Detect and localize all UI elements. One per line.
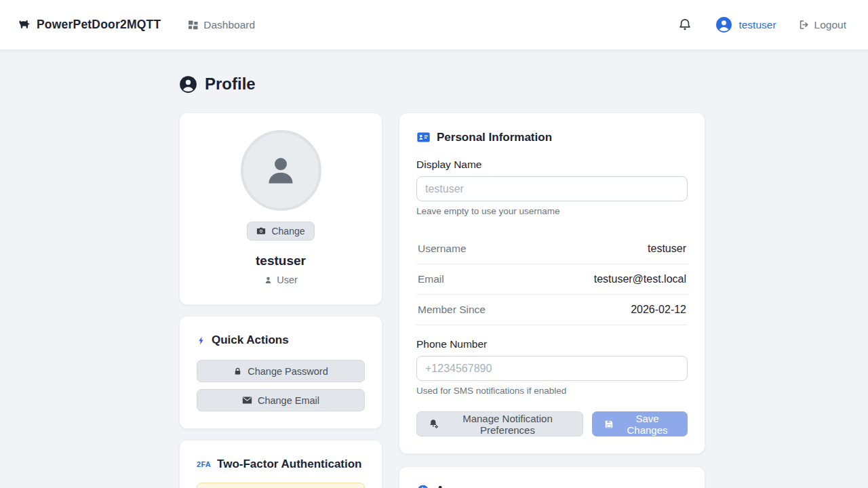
appearance-heading: Appearance — [416, 484, 688, 488]
nav-dashboard-label: Dashboard — [203, 19, 255, 31]
personal-info-actions: Manage Notification Preferences Save Cha… — [416, 411, 688, 436]
person-icon — [264, 276, 273, 285]
two-factor-card: 2FA Two-Factor Authentication — [179, 440, 382, 488]
profile-summary-card: Change testuser User — [179, 113, 382, 305]
bell-icon — [677, 18, 692, 33]
phone-help: Used for SMS notifications if enabled — [416, 386, 688, 396]
email-row: Email testuser@test.local — [416, 264, 688, 295]
display-name-label: Display Name — [416, 159, 688, 171]
change-avatar-button[interactable]: Change — [247, 222, 314, 241]
appearance-title: Appearance — [436, 484, 502, 488]
username-row-value: testuser — [648, 243, 686, 255]
main-content: Profile Change — [179, 49, 705, 488]
manage-notifications-button[interactable]: Manage Notification Preferences — [416, 411, 583, 436]
change-email-label: Change Email — [258, 395, 319, 406]
left-column: Change testuser User Quick Actions — [179, 113, 382, 488]
quick-actions-title: Quick Actions — [212, 333, 289, 347]
save-changes-button[interactable]: Save Changes — [592, 411, 688, 436]
personal-info-title: Personal Information — [437, 131, 552, 144]
bell-gear-icon — [429, 419, 439, 429]
phone-input[interactable] — [416, 356, 688, 381]
avatar-user-icon — [262, 152, 299, 189]
save-floppy-icon — [604, 420, 614, 429]
change-password-label: Change Password — [248, 366, 328, 377]
profile-icon — [179, 75, 197, 94]
username-row: Username testuser — [416, 234, 688, 264]
phone-block: Phone Number Used for SMS notifications … — [416, 338, 688, 396]
manage-notifications-label: Manage Notification Preferences — [444, 413, 571, 436]
logout-link[interactable]: Logout — [798, 19, 846, 31]
email-row-label: Email — [418, 273, 444, 285]
member-since-row-label: Member Since — [418, 304, 486, 316]
change-password-button[interactable]: Change Password — [197, 360, 365, 382]
info-rows: Username testuser Email testuser@test.lo… — [416, 234, 688, 325]
quick-actions-card: Quick Actions Change Password Change Ema… — [179, 316, 382, 429]
page-title-text: Profile — [205, 75, 256, 94]
appearance-card: Appearance — [399, 466, 705, 488]
display-name-input[interactable] — [416, 176, 688, 201]
display-name-help: Leave empty to use your username — [416, 206, 688, 216]
save-changes-label: Save Changes — [619, 413, 675, 436]
envelope-icon — [242, 396, 252, 405]
lock-icon — [233, 367, 242, 376]
navbar: PowerPetDoor2MQTT Dashboard testuser — [0, 0, 868, 49]
page-title: Profile — [179, 75, 705, 94]
nav-dashboard[interactable]: Dashboard — [188, 19, 255, 31]
bolt-icon — [197, 335, 205, 346]
quick-actions-heading: Quick Actions — [197, 333, 365, 347]
change-avatar-label: Change — [271, 226, 304, 237]
id-card-icon — [416, 130, 431, 144]
personal-info-heading: Personal Information — [416, 130, 688, 144]
avatar — [241, 130, 321, 211]
brand[interactable]: PowerPetDoor2MQTT — [18, 18, 161, 32]
summary-role-label: User — [277, 274, 298, 285]
member-since-row: Member Since 2026-02-12 — [416, 295, 688, 325]
user-circle-icon — [715, 16, 732, 33]
logout-label: Logout — [814, 19, 846, 31]
grid-icon — [188, 20, 199, 30]
two-factor-heading: 2FA Two-Factor Authentication — [197, 458, 365, 471]
palette-icon — [416, 484, 430, 488]
brand-title: PowerPetDoor2MQTT — [37, 18, 161, 32]
camera-icon — [256, 226, 266, 236]
right-column: Personal Information Display Name Leave … — [399, 113, 705, 488]
two-factor-title: Two-Factor Authentication — [217, 458, 361, 471]
notifications-bell-button[interactable] — [675, 15, 695, 35]
dog-icon — [18, 18, 31, 31]
2fa-icon: 2FA — [197, 460, 211, 468]
email-row-value: testuser@test.local — [594, 273, 686, 285]
change-email-button[interactable]: Change Email — [197, 389, 365, 411]
summary-username: testuser — [196, 253, 366, 268]
two-factor-warning-alert — [197, 483, 365, 488]
summary-role: User — [196, 274, 366, 285]
logout-icon — [798, 19, 810, 30]
username-row-label: Username — [418, 243, 467, 255]
member-since-row-value: 2026-02-12 — [631, 304, 686, 316]
navbar-username: testuser — [738, 19, 776, 31]
personal-info-card: Personal Information Display Name Leave … — [399, 113, 705, 454]
user-menu[interactable]: testuser — [715, 16, 776, 33]
phone-label: Phone Number — [416, 338, 688, 350]
